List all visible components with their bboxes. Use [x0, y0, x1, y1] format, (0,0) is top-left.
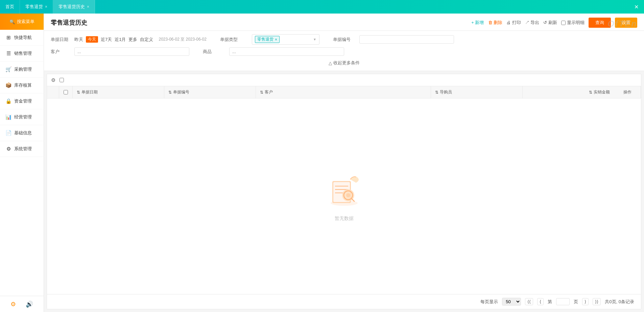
th-action: 操作	[614, 86, 641, 98]
sidebar-search[interactable]: 🔍 搜索菜单	[0, 14, 44, 30]
pagination: 每页显示 50 10 20 100 ⟨⟨ ⟨ 第 1 页 ⟩ ⟩⟩ 共0页, 0…	[47, 294, 641, 309]
topbar-close-btn[interactable]: ✕	[629, 4, 644, 10]
sidebar-item-basic-info-label: 基础信息	[14, 130, 32, 136]
th-amount[interactable]: ⇅ 实销金额	[523, 86, 614, 98]
page-title: 零售退货历史	[51, 19, 87, 27]
month-btn[interactable]: 近1月	[115, 37, 126, 43]
sidebar-item-purchase-label: 采购管理	[14, 66, 32, 72]
custom-btn[interactable]: 自定义	[140, 37, 153, 43]
collapse-btn[interactable]: △ 收起更多条件	[51, 59, 637, 67]
next-page-btn[interactable]: ⟩	[582, 298, 589, 305]
table-toolbar: ⚙	[47, 74, 641, 86]
sidebar-item-sales-label: 销售管理	[14, 50, 32, 57]
sidebar-item-inventory[interactable]: 📦 库存核算	[0, 77, 44, 93]
filter-row-date: 单据日期 昨天 今天 近7天 近1月 更多 自定义 2023-06-02 至 2…	[51, 34, 637, 45]
tab-home-label: 首页	[5, 4, 14, 10]
sidebar-item-quick-nav[interactable]: ⊞ 快捷导航	[0, 30, 44, 46]
prev-page-btn[interactable]: ⟨	[537, 298, 544, 305]
goods-input[interactable]	[229, 47, 344, 56]
table-wrapper: ⚙ ⇅ 单据日期 ⇅ 单据编号 ⇅ 客户	[47, 74, 641, 309]
table-settings-icon[interactable]: ⚙	[51, 77, 55, 83]
date-label: 单据日期	[51, 37, 74, 43]
last-page-btn[interactable]: ⟩⟩	[593, 298, 601, 305]
th-customer-label: 客户	[265, 89, 273, 95]
sidebar-item-system[interactable]: ⚙ 系统管理	[0, 141, 44, 157]
main-layout: 🔍 搜索菜单 ⊞ 快捷导航 ☰ 销售管理 🛒 采购管理 📦 库存核算 🔒	[0, 14, 644, 312]
page-input[interactable]: 1	[556, 298, 570, 305]
refresh-button[interactable]: ↺ 刷新	[543, 20, 557, 26]
operations-icon: 📊	[5, 114, 11, 120]
today-btn[interactable]: 今天	[86, 36, 98, 43]
show-detail-input[interactable]	[561, 21, 566, 25]
th-settings	[47, 86, 59, 98]
tab-retail-return-close[interactable]: ×	[45, 4, 47, 9]
more-btn[interactable]: 更多	[128, 37, 137, 43]
first-page-btn[interactable]: ⟨⟨	[525, 298, 533, 305]
basic-info-icon: 📄	[5, 130, 11, 136]
sort-icon-customer: ⇅	[260, 90, 263, 95]
sidebar: 🔍 搜索菜单 ⊞ 快捷导航 ☰ 销售管理 🛒 采购管理 📦 库存核算 🔒	[0, 14, 44, 312]
sidebar-item-finance[interactable]: 🔒 资金管理	[0, 93, 44, 109]
quick-nav-icon: ⊞	[5, 35, 11, 41]
sidebar-item-operations-label: 经营管理	[14, 114, 32, 120]
sidebar-item-operations[interactable]: 📊 经营管理	[0, 109, 44, 125]
setting-button[interactable]: 设置	[615, 18, 637, 28]
inventory-icon: 📦	[5, 82, 11, 88]
show-detail-checkbox[interactable]: 显示明细	[561, 20, 585, 26]
sidebar-item-sales[interactable]: ☰ 销售管理	[0, 46, 44, 62]
sidebar-search-label: 搜索菜单	[17, 19, 34, 25]
empty-illustration	[324, 171, 364, 211]
export-button[interactable]: ↗ 导出	[525, 20, 540, 26]
tab-retail-return-history-close[interactable]: ×	[87, 4, 89, 9]
sidebar-item-quick-nav-label: 快捷导航	[14, 35, 32, 41]
th-amount-label: 实销金额	[594, 89, 610, 95]
th-billno[interactable]: ⇅ 单据编号	[164, 86, 256, 98]
top-bar-tabs: 首页 零售退货 × 零售退货历史 ×	[0, 0, 629, 14]
sidebar-bottom: ⚙ 🔊	[0, 296, 44, 312]
tab-retail-return-history[interactable]: 零售退货历史 ×	[53, 0, 95, 14]
date-range-display: 2023-06-02 至 2023-06-02	[159, 37, 206, 42]
query-button[interactable]: 查询	[589, 18, 611, 28]
tab-retail-return[interactable]: 零售退货 ×	[20, 0, 53, 14]
th-customer[interactable]: ⇅ 客户	[256, 86, 431, 98]
search-icon: 🔍	[9, 19, 15, 24]
new-button[interactable]: + 新增	[471, 20, 484, 26]
billno-input[interactable]	[359, 35, 454, 44]
tab-retail-return-label: 零售退货	[25, 4, 43, 10]
delete-button[interactable]: 🗑 删除	[488, 20, 503, 26]
sidebar-menu: ⊞ 快捷导航 ☰ 销售管理 🛒 采购管理 📦 库存核算 🔒 资金管理 📊 经	[0, 30, 44, 296]
page-size-select[interactable]: 50 10 20 100	[502, 298, 521, 306]
print-button[interactable]: 🖨 打印	[506, 20, 521, 26]
billno-label: 单据编号	[333, 37, 357, 43]
type-tag-text: 零售退货	[257, 37, 273, 42]
type-tag: 零售退货 ×	[255, 36, 280, 43]
top-bar: 首页 零售退货 × 零售退货历史 × ✕	[0, 0, 644, 14]
audio-icon[interactable]: 🔊	[26, 300, 33, 308]
header-actions: + 新增 🗑 删除 🖨 打印 ↗ 导出 ↺ 刷新 显示明细 查询 设置	[471, 18, 637, 28]
sort-icon-guide: ⇅	[435, 90, 438, 95]
tab-home[interactable]: 首页	[0, 0, 20, 14]
week-btn[interactable]: 近7天	[101, 37, 112, 43]
date-shortcuts: 昨天 今天 近7天 近1月 更多 自定义 2023-06-02 至 2023-0…	[74, 36, 207, 43]
sort-icon-billno: ⇅	[168, 90, 172, 95]
select-all-checkbox[interactable]	[59, 78, 64, 82]
filter-area: 单据日期 昨天 今天 近7天 近1月 更多 自定义 2023-06-02 至 2…	[44, 31, 644, 71]
sidebar-item-basic-info[interactable]: 📄 基础信息	[0, 125, 44, 141]
type-tag-close[interactable]: ×	[275, 37, 277, 42]
empty-text: 暂无数据	[335, 216, 354, 222]
sidebar-item-purchase[interactable]: 🛒 采购管理	[0, 62, 44, 77]
header-checkbox[interactable]	[64, 90, 68, 94]
yesterday-btn[interactable]: 昨天	[74, 37, 83, 43]
settings-icon[interactable]: ⚙	[10, 300, 16, 308]
th-date[interactable]: ⇅ 单据日期	[73, 86, 164, 98]
customer-input[interactable]	[74, 47, 189, 56]
table-body: 暂无数据	[47, 98, 641, 294]
customer-label: 客户	[51, 49, 74, 55]
collapse-icon: △	[329, 61, 332, 66]
th-guide-label: 导购员	[440, 89, 452, 95]
th-guide[interactable]: ⇅ 导购员	[431, 86, 523, 98]
content-area: 零售退货历史 + 新增 🗑 删除 🖨 打印 ↗ 导出 ↺ 刷新 显示明细 查询 …	[44, 14, 644, 312]
type-select[interactable]: 零售退货 × ▼	[252, 34, 319, 45]
total-text: 共0页, 0条记录	[605, 299, 634, 305]
page-label: 第	[548, 299, 552, 305]
